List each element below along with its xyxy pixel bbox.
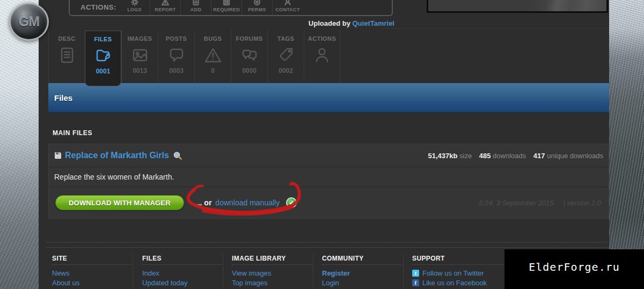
tab-files-label: FILES — [94, 36, 112, 42]
footer-link-about-us[interactable]: About us — [52, 278, 131, 288]
contact-icon — [284, 0, 291, 6]
footer-column-divider — [313, 254, 313, 289]
check-circle-icon: ✓ — [286, 197, 297, 208]
tab-tags-count: 0002 — [279, 67, 293, 75]
add-button[interactable]: ADD — [180, 0, 211, 15]
files-section-title: Files — [54, 93, 72, 102]
footer-divider — [46, 242, 608, 242]
tab-posts-label: POSTS — [166, 35, 187, 42]
gm-logo: GM — [9, 3, 49, 41]
uploader-link[interactable]: QuietTamriel — [352, 19, 394, 27]
footer-link-facebook[interactable]: f Like us on Facebook — [412, 278, 504, 288]
logs-button-label: LOGS — [127, 7, 142, 12]
tab-images-label: IMAGES — [128, 35, 152, 42]
footer-link-login[interactable]: Login — [322, 278, 401, 288]
contact-button[interactable]: CONTACT — [272, 0, 303, 15]
footer-link-twitter-label: Follow us on Twitter — [422, 269, 484, 277]
footer-heading-image-library: IMAGE LIBRARY — [232, 255, 312, 265]
download-with-manager-button[interactable]: DOWNLOAD WITH MANAGER — [55, 195, 184, 210]
footer-heading-community: COMMUNITY — [322, 255, 401, 265]
magnifier-icon[interactable] — [173, 151, 182, 160]
actions-toolbar: ACTIONS: LOGS REPORT ADD REQUIRED — [69, 0, 393, 16]
main-files-heading: MAIN FILES — [53, 129, 92, 137]
add-button-label: ADD — [191, 7, 201, 12]
file-size-value: 51,437kb — [428, 152, 457, 160]
tab-bugs-count: 0 — [211, 67, 215, 75]
file-title-link[interactable]: Replace of Markarth Girls — [65, 151, 169, 160]
chat-bubbles-icon — [240, 46, 259, 65]
tab-bugs-label: BUGS — [204, 35, 222, 42]
file-unique-downloads-label: unique downloads — [547, 152, 603, 160]
footer-divider — [46, 247, 608, 248]
file-date: 5:24, 3 September 2015 | version 1.0 — [479, 199, 603, 207]
tab-files[interactable]: FILES 0001 — [85, 31, 121, 86]
uploaded-by-prefix: Uploaded by — [309, 19, 353, 27]
image-icon — [130, 46, 150, 65]
gm-logo-text: GM — [19, 14, 39, 29]
floppy-disk-icon — [54, 152, 62, 159]
perms-button[interactable]: PERMS — [241, 0, 272, 15]
facebook-icon: f — [412, 279, 419, 286]
required-button[interactable]: REQUIRED — [211, 0, 241, 15]
file-timestamp: 5:24, 3 September 2015 — [479, 199, 554, 207]
tab-desc[interactable]: DESC — [48, 31, 85, 84]
file-entry: Replace of Markarth Girls 51,437kb size … — [48, 144, 609, 219]
tab-forums-label: FORUMS — [236, 35, 262, 42]
footer-link-facebook-label: Like us on Facebook — [422, 279, 487, 287]
logs-button[interactable]: LOGS — [119, 0, 150, 15]
file-size-label: size — [459, 152, 472, 160]
footer-heading-files: FILES — [142, 255, 222, 265]
file-version: | version 1.0 — [563, 199, 601, 207]
footer-link-updated-today[interactable]: Updated today — [142, 278, 222, 288]
report-button-label: REPORT — [155, 7, 175, 12]
required-button-label: REQUIRED — [213, 7, 240, 12]
footer-heading-site: SITE — [52, 255, 131, 265]
file-unique-downloads-value: 417 — [533, 152, 545, 160]
content-panel: ACTIONS: LOGS REPORT ADD REQUIRED — [39, 0, 609, 289]
contact-button-label: CONTACT — [275, 7, 299, 12]
tab-bar: DESC FILES 0001 IMAGES 0013 POSTS 0003 B… — [48, 31, 340, 84]
footer-column-image-library: IMAGE LIBRARY View images Top images Upl… — [232, 255, 312, 289]
person-icon — [312, 46, 332, 65]
download-manually-link[interactable]: download manually — [215, 198, 280, 207]
tab-forums[interactable]: FORUMS 0000 — [231, 31, 267, 84]
tab-tags[interactable]: TAGS 0002 — [267, 31, 304, 84]
tab-actions-label: ACTIONS — [308, 35, 336, 42]
footer-link-index[interactable]: Index — [142, 268, 222, 278]
footer-link-register[interactable]: Register — [322, 268, 401, 278]
tab-bugs[interactable]: BUGS 0 — [194, 31, 231, 84]
tab-images-count: 0013 — [133, 67, 147, 75]
footer-link-news[interactable]: News — [52, 268, 131, 278]
tab-posts[interactable]: POSTS 0003 — [158, 31, 194, 84]
divider — [382, 28, 608, 28]
background-mountain-right — [609, 0, 644, 289]
footer-column-site: SITE News About us Statistics — [52, 255, 131, 289]
permissions-icon — [253, 0, 261, 6]
uploaded-by: Uploaded by QuietTamriel — [232, 19, 394, 27]
tab-desc-label: DESC — [58, 35, 75, 42]
footer-link-top-images[interactable]: Top images — [232, 278, 312, 288]
mod-page: ACTIONS: LOGS REPORT ADD REQUIRED — [0, 0, 644, 289]
tab-actions[interactable]: ACTIONS — [304, 31, 340, 84]
required-floppy-icon — [223, 0, 230, 6]
footer-link-view-images[interactable]: View images — [232, 268, 312, 278]
footer-link-twitter[interactable]: t Follow us on Twitter — [412, 268, 504, 278]
actions-toolbar-buttons: LOGS REPORT ADD REQUIRED PERMS — [119, 0, 303, 15]
tab-images[interactable]: IMAGES 0013 — [121, 31, 158, 84]
footer-column-community: COMMUNITY Register Login Forums — [322, 255, 401, 289]
twitter-icon: t — [412, 270, 419, 277]
tab-forums-count: 0000 — [242, 67, 257, 75]
comment-icon — [167, 46, 186, 65]
report-button[interactable]: REPORT — [150, 0, 180, 15]
gear-icon — [131, 0, 138, 6]
file-description: Replace the six women of Markarth. — [54, 173, 174, 181]
footer-column-files: FILES Index Updated today Updated recent… — [142, 255, 222, 289]
file-description-row: Replace the six women of Markarth. — [49, 167, 609, 187]
warning-triangle-icon — [203, 46, 223, 65]
elderforge-watermark-text: ElderForge.ru — [529, 261, 620, 289]
mod-thumbnail-partial — [427, 0, 608, 13]
report-warning-icon — [162, 0, 169, 6]
perms-button-label: PERMS — [248, 7, 266, 12]
footer-column-divider — [133, 254, 133, 289]
footer-heading-support: SUPPORT — [412, 255, 504, 265]
